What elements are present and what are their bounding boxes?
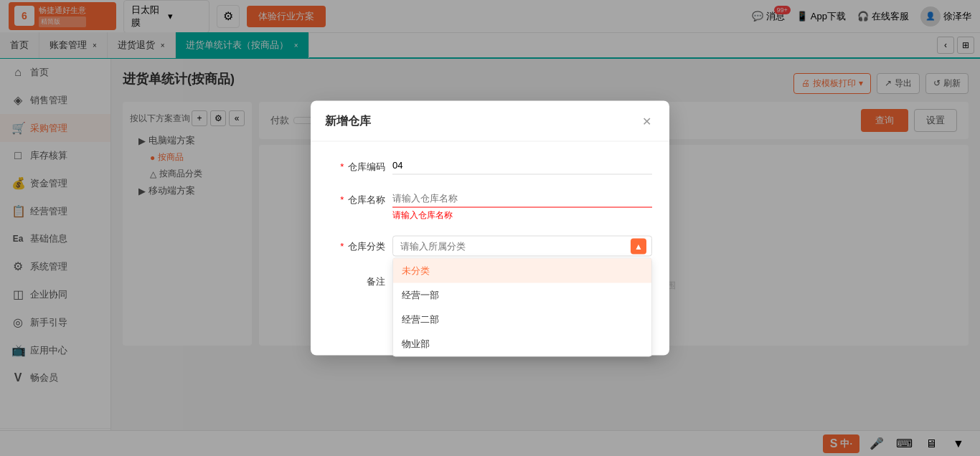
dropdown-item-2[interactable]: 经营二部: [393, 308, 651, 332]
warehouse-category-input[interactable]: [392, 236, 652, 257]
dropdown-item-0[interactable]: 未分类: [393, 259, 651, 283]
warehouse-name-error: 请输入仓库名称: [392, 209, 652, 222]
warehouse-category-label: * 仓库分类: [328, 236, 385, 253]
warehouse-category-wrap: ▲ 未分类 经营一部 经营二部 物业部: [392, 236, 652, 257]
category-dropdown: 未分类 经营一部 经营二部 物业部: [392, 258, 652, 357]
warehouse-code-label: * 仓库编码: [328, 156, 385, 174]
required-mark-2: *: [340, 194, 344, 205]
warehouse-notes-label: 备注: [328, 271, 385, 288]
warehouse-code-wrap: [392, 156, 652, 175]
dialog-body: * 仓库编码 * 仓库名称 请输入仓库名称 * 仓库分类: [311, 142, 669, 310]
dropdown-item-1[interactable]: 经营一部: [393, 283, 651, 308]
warehouse-code-row: * 仓库编码: [328, 156, 652, 175]
dialog-header: 新增仓库 ✕: [311, 101, 669, 142]
warehouse-name-label: * 仓库名称: [328, 189, 385, 206]
dialog-close-button[interactable]: ✕: [638, 113, 655, 130]
warehouse-category-row: * 仓库分类 ▲ 未分类 经营一部 经营二部 物业部: [328, 236, 652, 257]
required-mark-3: *: [340, 241, 344, 252]
warehouse-name-row: * 仓库名称 请输入仓库名称: [328, 189, 652, 222]
dialog-title: 新增仓库: [325, 113, 371, 128]
warehouse-name-input[interactable]: [392, 189, 652, 208]
category-input-wrap: ▲: [392, 236, 652, 257]
category-toggle-button[interactable]: ▲: [631, 238, 646, 254]
required-mark: *: [340, 161, 344, 172]
dropdown-item-3[interactable]: 物业部: [393, 332, 651, 356]
warehouse-code-input[interactable]: [392, 156, 652, 175]
new-warehouse-dialog: 新增仓库 ✕ * 仓库编码 * 仓库名称 请输入仓库名称: [311, 101, 669, 356]
warehouse-name-wrap: 请输入仓库名称: [392, 189, 652, 222]
